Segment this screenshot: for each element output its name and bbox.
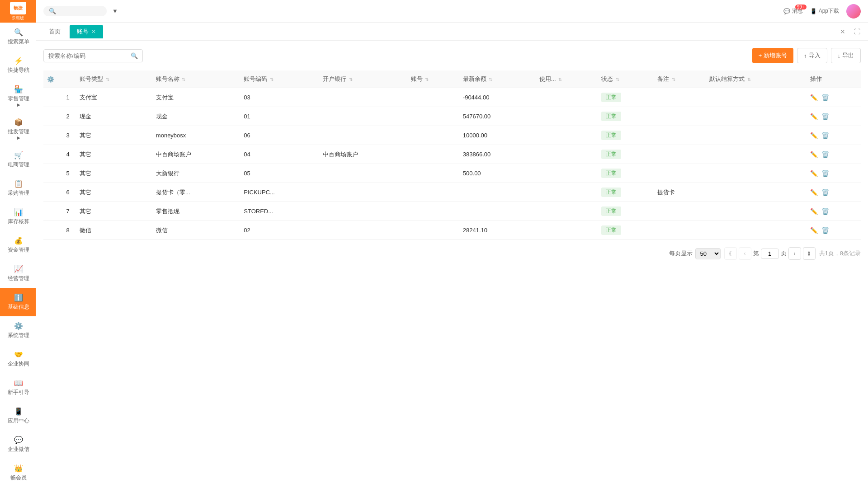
col-bank[interactable]: 开户银行 ⇅	[319, 70, 407, 88]
delete-button-5[interactable]: 🗑️	[821, 189, 829, 196]
row-code-3: 04	[240, 145, 319, 164]
table-search-input[interactable]	[48, 52, 128, 59]
page-number-input[interactable]	[761, 249, 779, 259]
header-search-box[interactable]: 🔍	[43, 6, 107, 16]
row-usage-7	[536, 221, 598, 240]
row-actions-2: ✏️ 🗑️	[807, 126, 861, 145]
tab-expand-button[interactable]: ⛶	[852, 26, 863, 37]
page-prev-button[interactable]: ‹	[739, 247, 751, 260]
sidebar-item-retail-mgmt[interactable]: 🏪 零售管理 ▶	[0, 80, 36, 113]
action-btns-4: ✏️ 🗑️	[810, 170, 857, 177]
row-bank-1	[319, 107, 407, 126]
page-size-select: 每页显示 50 100 200	[669, 248, 721, 259]
sidebar-item-enterprise-agreement[interactable]: 🤝 企业协同	[0, 345, 36, 373]
import-button[interactable]: ↑ 导入	[797, 48, 827, 63]
sidebar-item-enterprise-wechat[interactable]: 💬 企业微信	[0, 430, 36, 459]
sidebar-icon-finance-mgmt: 💰	[14, 236, 23, 245]
import-icon: ↑	[804, 52, 807, 59]
header-search-icon: 🔍	[49, 8, 56, 14]
delete-button-4[interactable]: 🗑️	[821, 170, 829, 177]
edit-button-6[interactable]: ✏️	[810, 208, 818, 215]
delete-button-7[interactable]: 🗑️	[821, 227, 829, 234]
sidebar-label-system-mgmt: 系统管理	[8, 332, 29, 339]
edit-button-3[interactable]: ✏️	[810, 151, 818, 158]
delete-button-0[interactable]: 🗑️	[821, 94, 829, 101]
sidebar-item-search-menu[interactable]: 🔍 搜索菜单	[0, 23, 36, 51]
col-code[interactable]: 账号编码 ⇅	[240, 70, 319, 88]
delete-button-6[interactable]: 🗑️	[821, 208, 829, 215]
delete-button-2[interactable]: 🗑️	[821, 132, 829, 139]
action-btns-5: ✏️ 🗑️	[810, 189, 857, 196]
close-accounts-tab[interactable]: ✕	[91, 28, 96, 35]
table-row: 3 其它 moneybosx 06 10000.00 正常 ✏️ 🗑️	[43, 126, 861, 145]
row-code-4: 05	[240, 164, 319, 183]
sidebar-icon-ecommerce-mgmt: 🛒	[14, 151, 23, 160]
col-name-sort: ⇅	[182, 77, 185, 82]
sidebar-item-purchase-mgmt[interactable]: 📋 采购管理	[0, 174, 36, 202]
sidebar-item-ecommerce-mgmt[interactable]: 🛒 电商管理	[0, 145, 36, 174]
sidebar-icon-enterprise-wechat: 💬	[14, 436, 23, 444]
col-account-label: 账号	[411, 75, 423, 82]
edit-button-0[interactable]: ✏️	[810, 94, 818, 101]
row-account-2	[407, 126, 459, 145]
user-avatar[interactable]	[846, 4, 861, 19]
sidebar-item-finance-mgmt[interactable]: 💰 资金管理	[0, 231, 36, 259]
row-usage-3	[536, 145, 598, 164]
tab-home[interactable]: 首页	[42, 25, 68, 38]
col-name[interactable]: 账号名称 ⇅	[152, 70, 240, 88]
row-balance-0: -90444.00	[459, 88, 536, 107]
col-status[interactable]: 状态 ⇅	[598, 70, 654, 88]
col-type[interactable]: 账号类型 ⇅	[76, 70, 152, 88]
delete-button-3[interactable]: 🗑️	[821, 151, 829, 158]
sidebar-item-ops-mgmt[interactable]: 📈 经营管理	[0, 259, 36, 288]
col-status-sort: ⇅	[616, 77, 619, 82]
sidebar-item-vip-member[interactable]: 👑 畅会员	[0, 459, 36, 487]
edit-button-7[interactable]: ✏️	[810, 227, 818, 234]
messages-button[interactable]: 💬 消息 99+	[783, 7, 803, 15]
table-search-box[interactable]: 🔍	[43, 49, 143, 62]
edit-button-4[interactable]: ✏️	[810, 170, 818, 177]
row-default-settlement-6	[706, 202, 807, 221]
header-dropdown[interactable]: ▼	[112, 8, 118, 14]
edit-button-1[interactable]: ✏️	[810, 113, 818, 120]
col-balance[interactable]: 最新余额 ⇅	[459, 70, 536, 88]
sidebar-item-beginner-guide[interactable]: 📖 新手引导	[0, 373, 36, 402]
sidebar-item-basic-info[interactable]: ℹ️ 基础信息	[0, 288, 36, 316]
row-num-2: 3	[60, 126, 76, 145]
row-remark-0	[654, 88, 706, 107]
sidebar-label-ops-mgmt: 经营管理	[8, 275, 29, 282]
col-usage[interactable]: 使用... ⇅	[536, 70, 598, 88]
edit-button-5[interactable]: ✏️	[810, 189, 818, 196]
add-account-button[interactable]: + 新增账号	[752, 48, 793, 63]
status-badge-4: 正常	[601, 169, 621, 178]
page-last-button[interactable]: ⟫	[803, 247, 816, 260]
col-account[interactable]: 账号 ⇅	[407, 70, 459, 88]
page-next-button[interactable]: ›	[788, 247, 801, 260]
col-settings[interactable]: ⚙️	[43, 70, 60, 88]
row-usage-1	[536, 107, 598, 126]
col-remark[interactable]: 备注 ⇅	[654, 70, 706, 88]
per-page-dropdown[interactable]: 50 100 200	[695, 248, 721, 259]
header-search-input[interactable]	[59, 8, 101, 14]
status-badge-3: 正常	[601, 150, 621, 159]
sidebar-item-app-center[interactable]: 📱 应用中心	[0, 402, 36, 430]
tab-accounts[interactable]: 账号 ✕	[70, 25, 103, 38]
row-num-3: 4	[60, 145, 76, 164]
sidebar-item-system-mgmt[interactable]: ⚙️ 系统管理	[0, 316, 36, 345]
app-download-button[interactable]: 📱 App下载	[810, 7, 839, 15]
col-default-settlement[interactable]: 默认结算方式 ⇅	[706, 70, 807, 88]
page-first-button[interactable]: ⟪	[724, 247, 737, 260]
edit-button-2[interactable]: ✏️	[810, 132, 818, 139]
sidebar-item-wholesale-mgmt[interactable]: 📦 批发管理 ▶	[0, 113, 36, 145]
tab-close-all-button[interactable]: ✕	[837, 26, 848, 37]
toolbar: 🔍 + 新增账号 ↑ 导入 ↓ 导出	[43, 48, 861, 63]
row-code-5: PICKUPC...	[240, 183, 319, 202]
sidebar-icon-basic-info: ℹ️	[14, 293, 23, 302]
delete-button-1[interactable]: 🗑️	[821, 113, 829, 120]
row-actions-7: ✏️ 🗑️	[807, 221, 861, 240]
row-type-1: 现金	[76, 107, 152, 126]
sidebar-item-quick-nav[interactable]: ⚡ 快捷导航	[0, 51, 36, 80]
row-status-4: 正常	[598, 164, 654, 183]
export-button[interactable]: ↓ 导出	[831, 48, 861, 63]
sidebar-item-inventory[interactable]: 📊 库存核算	[0, 202, 36, 231]
